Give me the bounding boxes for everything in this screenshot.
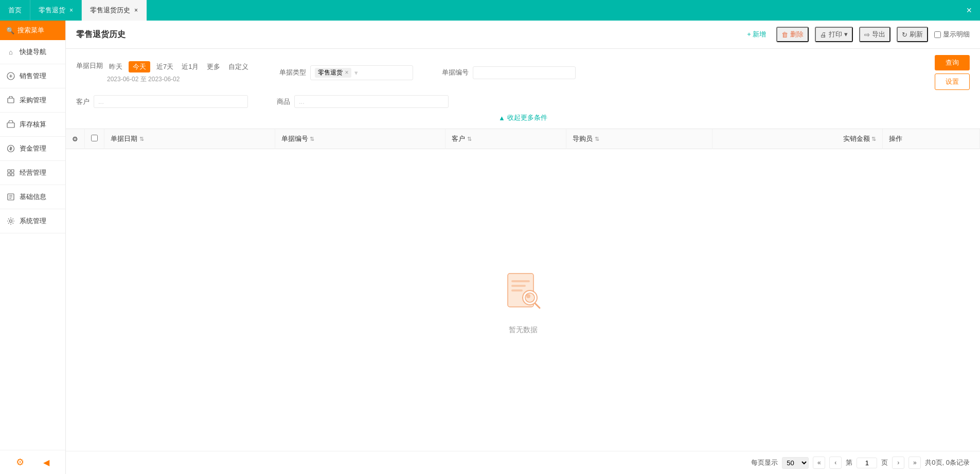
svg-point-15 bbox=[525, 293, 534, 302]
inventory-icon bbox=[6, 120, 15, 129]
window-close-button[interactable]: × bbox=[958, 5, 980, 16]
sidebar-item-basic-info[interactable]: 基础信息 bbox=[0, 185, 65, 209]
close-retail-return-tab-icon[interactable]: × bbox=[69, 7, 73, 14]
pagination: 每页显示 50 20 100 « ‹ 第 页 › » 共0页, 0条记录 bbox=[66, 451, 980, 474]
th-customer[interactable]: 客户 ⇅ bbox=[446, 129, 566, 149]
filter-action-buttons: 查询 设置 bbox=[935, 55, 970, 90]
header-actions: + 新增 🗑 删除 🖨 打印 ▾ ⇨ 导出 ↻ 刷新 显示明细 bbox=[743, 27, 970, 42]
close-retail-return-history-tab-icon[interactable]: × bbox=[134, 7, 138, 14]
settings-button[interactable]: 设置 bbox=[935, 74, 970, 90]
new-button[interactable]: + 新增 bbox=[743, 28, 770, 41]
goods-filter-input[interactable]: ... bbox=[294, 95, 449, 108]
th-amount[interactable]: 实销金额 ⇅ bbox=[712, 129, 883, 149]
type-filter-select[interactable]: 零售退货 × ▾ bbox=[310, 65, 413, 80]
search-icon: 🔍 bbox=[6, 27, 14, 34]
delete-button[interactable]: 🗑 删除 bbox=[776, 27, 809, 42]
date-option-1month[interactable]: 近1月 bbox=[180, 61, 201, 72]
th-guide[interactable]: 导购员 ⇅ bbox=[566, 129, 712, 149]
topbar: 首页 零售退货 × 零售退货历史 × × bbox=[0, 0, 980, 21]
sort-amount-icon: ⇅ bbox=[871, 136, 876, 142]
date-range-display: 2023-06-02 至 2023-06-02 bbox=[107, 75, 251, 84]
table-container: ⚙ 单据日期 ⇅ 单据编号 ⇅ bbox=[66, 129, 980, 451]
svg-rect-13 bbox=[511, 289, 523, 291]
tab-home[interactable]: 首页 bbox=[0, 0, 30, 21]
home-icon: ⌂ bbox=[6, 47, 15, 57]
svg-rect-7 bbox=[11, 173, 14, 176]
tab-retail-return-history[interactable]: 零售退货历史 × bbox=[82, 0, 147, 21]
sidebar-item-finance[interactable]: 资金管理 bbox=[0, 137, 65, 161]
sidebar-item-system[interactable]: 系统管理 bbox=[0, 209, 65, 233]
th-voucher-no[interactable]: 单据编号 ⇅ bbox=[275, 129, 446, 149]
filter-row-date: 单据日期 昨天 今天 近7天 近1月 更多 自定义 2023-06-02 至 2… bbox=[76, 55, 970, 90]
filter-dates: 昨天 今天 近7天 近1月 更多 自定义 bbox=[107, 61, 251, 72]
table-header-row: ⚙ 单据日期 ⇅ 单据编号 ⇅ bbox=[66, 129, 980, 149]
prev-page-button[interactable]: ‹ bbox=[829, 457, 842, 469]
sidebar-settings-icon[interactable]: ⚙ bbox=[16, 457, 24, 468]
sort-date-icon: ⇅ bbox=[139, 136, 144, 142]
th-date[interactable]: 单据日期 ⇅ bbox=[104, 129, 275, 149]
basic-info-icon bbox=[6, 192, 15, 202]
date-option-today[interactable]: 今天 bbox=[129, 61, 150, 72]
print-icon: 🖨 bbox=[820, 31, 827, 39]
operation-icon bbox=[6, 168, 15, 177]
collapse-up-icon: ▲ bbox=[498, 114, 505, 122]
svg-rect-4 bbox=[8, 170, 10, 172]
page-unit: 页 bbox=[881, 458, 888, 467]
per-page-label: 每页显示 bbox=[751, 458, 778, 467]
customer-placeholder: ... bbox=[98, 98, 104, 105]
page-header: 零售退货历史 + 新增 🗑 删除 🖨 打印 ▾ ⇨ 导出 ↻ 刷新 bbox=[66, 21, 980, 49]
voucher-filter-label: 单据编号 bbox=[442, 68, 469, 77]
empty-state-illustration bbox=[497, 266, 549, 317]
empty-text: 暂无数据 bbox=[509, 325, 538, 335]
customer-filter-input[interactable]: ... bbox=[94, 95, 248, 108]
filter-collapse-button[interactable]: ▲ 收起更多条件 bbox=[76, 113, 970, 122]
main-layout: 🔍 搜索菜单 ⌂ 快捷导航 销售管理 采购管理 库存核算 bbox=[0, 21, 980, 474]
type-tag-remove[interactable]: × bbox=[345, 69, 348, 76]
first-page-button[interactable]: « bbox=[813, 457, 825, 469]
sort-customer-icon: ⇅ bbox=[467, 136, 472, 142]
sidebar-item-operation[interactable]: 经营管理 bbox=[0, 161, 65, 185]
page-number-input[interactable] bbox=[857, 458, 877, 468]
sidebar-collapse-icon[interactable]: ◀ bbox=[43, 458, 49, 467]
show-detail-toggle[interactable]: 显示明细 bbox=[934, 30, 970, 39]
query-button[interactable]: 查询 bbox=[935, 55, 970, 70]
refresh-icon: ↻ bbox=[902, 31, 907, 39]
sidebar-item-sales[interactable]: 销售管理 bbox=[0, 64, 65, 88]
per-page-select[interactable]: 50 20 100 bbox=[782, 457, 809, 469]
svg-point-17 bbox=[526, 294, 530, 298]
svg-point-9 bbox=[10, 220, 12, 223]
content: 零售退货历史 + 新增 🗑 删除 🖨 打印 ▾ ⇨ 导出 ↻ 刷新 bbox=[66, 21, 980, 474]
refresh-button[interactable]: ↻ 刷新 bbox=[897, 27, 928, 42]
type-filter-label: 单据类型 bbox=[279, 68, 306, 77]
date-option-custom[interactable]: 自定义 bbox=[226, 61, 251, 72]
date-option-more[interactable]: 更多 bbox=[205, 61, 222, 72]
next-page-button[interactable]: › bbox=[892, 457, 904, 469]
select-all-checkbox[interactable] bbox=[91, 135, 98, 141]
svg-rect-1 bbox=[8, 98, 14, 103]
data-table: ⚙ 单据日期 ⇅ 单据编号 ⇅ bbox=[66, 129, 980, 149]
sidebar-item-inventory[interactable]: 库存核算 bbox=[0, 113, 65, 137]
purchase-icon bbox=[6, 96, 15, 105]
export-button[interactable]: ⇨ 导出 bbox=[859, 27, 890, 42]
sales-icon bbox=[6, 71, 15, 81]
empty-state: 暂无数据 bbox=[66, 149, 980, 451]
date-option-yesterday[interactable]: 昨天 bbox=[107, 61, 124, 72]
voucher-input[interactable] bbox=[473, 66, 576, 79]
sidebar-item-quick-nav[interactable]: ⌂ 快捷导航 bbox=[0, 40, 65, 64]
page-label: 第 bbox=[846, 458, 852, 467]
tab-retail-return[interactable]: 零售退货 × bbox=[30, 0, 82, 21]
goods-placeholder: ... bbox=[299, 98, 305, 105]
export-icon: ⇨ bbox=[864, 31, 870, 39]
date-option-7days[interactable]: 近7天 bbox=[154, 61, 175, 72]
table-settings-icon[interactable]: ⚙ bbox=[72, 135, 78, 143]
sidebar-search[interactable]: 🔍 搜索菜单 bbox=[0, 21, 65, 40]
sort-guide-icon: ⇅ bbox=[595, 136, 599, 142]
svg-rect-6 bbox=[8, 173, 10, 176]
sidebar-item-purchase[interactable]: 采购管理 bbox=[0, 88, 65, 113]
page-title: 零售退货历史 bbox=[76, 29, 126, 40]
finance-icon bbox=[6, 144, 15, 153]
print-button[interactable]: 🖨 打印 ▾ bbox=[815, 27, 853, 42]
topbar-tabs: 首页 零售退货 × 零售退货历史 × bbox=[0, 0, 958, 21]
show-detail-checkbox[interactable] bbox=[934, 31, 941, 38]
last-page-button[interactable]: » bbox=[908, 457, 921, 469]
